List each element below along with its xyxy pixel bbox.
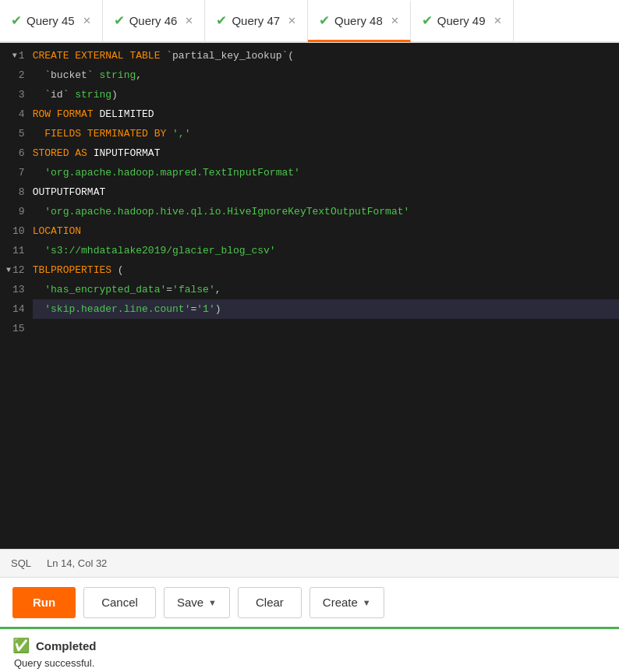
create-dropdown-arrow[interactable]: ▼ bbox=[363, 598, 371, 607]
code-lines[interactable]: CREATE EXTERNAL TABLE `partial_key_looku… bbox=[33, 46, 619, 546]
line-num-text: 12 bbox=[12, 260, 25, 280]
line-number-4: 4 bbox=[6, 104, 25, 124]
line-numbers: ▼1234567891011▼12131415 bbox=[0, 46, 33, 546]
tab-check-icon: ✔ bbox=[11, 12, 22, 29]
token-plain: `bucket` bbox=[33, 65, 100, 85]
token-str-green: 'org.apache.hadoop.hive.ql.io.HiveIgnore… bbox=[33, 202, 410, 221]
line-num-text: 7 bbox=[19, 163, 25, 182]
line-num-text: 10 bbox=[12, 221, 25, 241]
cancel-button[interactable]: Cancel bbox=[83, 587, 156, 618]
token-str-green: 'has_encrypted_data' bbox=[33, 280, 167, 299]
fold-arrow-icon[interactable]: ▼ bbox=[6, 260, 11, 280]
tab-close-icon[interactable]: ✕ bbox=[288, 15, 296, 27]
tab-close-icon[interactable]: ✕ bbox=[83, 15, 91, 27]
line-num-text: 14 bbox=[12, 299, 25, 319]
code-line-10: LOCATION bbox=[33, 221, 619, 241]
code-line-13: 'has_encrypted_data'='false', bbox=[33, 280, 619, 299]
token-plain: , bbox=[136, 65, 142, 85]
tab-q46[interactable]: ✔Query 46✕ bbox=[103, 0, 206, 41]
token-kw-orange: FIELDS TERMINATED BY bbox=[33, 124, 172, 143]
tabs-bar: ✔Query 45✕✔Query 46✕✔Query 47✕✔Query 48✕… bbox=[0, 0, 619, 43]
line-number-12: ▼12 bbox=[6, 260, 25, 280]
token-kw-orange: CREATE EXTERNAL TABLE bbox=[33, 46, 167, 65]
tab-q49[interactable]: ✔Query 49✕ bbox=[411, 0, 514, 41]
save-button[interactable]: Save ▼ bbox=[164, 587, 230, 618]
line-num-text: 9 bbox=[19, 202, 25, 221]
token-plain: = bbox=[166, 280, 172, 299]
tab-close-icon[interactable]: ✕ bbox=[391, 15, 399, 27]
token-kw-green: string bbox=[75, 85, 111, 104]
clear-button[interactable]: Clear bbox=[238, 587, 302, 618]
tab-check-icon: ✔ bbox=[319, 12, 330, 29]
token-kw-green: string bbox=[99, 65, 136, 85]
tab-label: Query 47 bbox=[232, 14, 280, 27]
token-plain: ) bbox=[111, 85, 118, 104]
code-line-11: 's3://mhdatalake2019/glacier_blog_csv' bbox=[33, 241, 619, 260]
token-str-green: 'skip.header.line.count' bbox=[33, 299, 191, 319]
tab-label: Query 49 bbox=[437, 14, 486, 27]
line-num-text: 8 bbox=[19, 182, 25, 202]
editor-content[interactable]: ▼1234567891011▼12131415 CREATE EXTERNAL … bbox=[0, 43, 619, 549]
code-line-1: CREATE EXTERNAL TABLE `partial_key_looku… bbox=[33, 46, 619, 65]
tab-label: Query 46 bbox=[129, 14, 178, 27]
toolbar: Run Cancel Save ▼ Clear Create ▼ bbox=[0, 577, 619, 627]
line-number-7: 7 bbox=[6, 163, 25, 182]
line-number-9: 9 bbox=[6, 202, 25, 221]
tab-label: Query 45 bbox=[27, 14, 75, 27]
token-plain: `id` bbox=[33, 85, 76, 104]
code-line-15 bbox=[33, 319, 619, 338]
tab-q45[interactable]: ✔Query 45✕ bbox=[0, 0, 103, 41]
line-num-text: 11 bbox=[12, 241, 25, 260]
completed-label-text: Completed bbox=[36, 639, 97, 653]
line-number-1: ▼1 bbox=[6, 46, 25, 65]
line-number-8: 8 bbox=[6, 182, 25, 202]
token-kw-white: INPUTFORMAT bbox=[94, 143, 161, 163]
cursor-position: Ln 14, Col 32 bbox=[47, 557, 107, 569]
line-num-text: 3 bbox=[19, 85, 25, 104]
save-label: Save bbox=[177, 596, 203, 609]
tab-label: Query 48 bbox=[334, 14, 383, 27]
token-kw-orange: STORED AS bbox=[33, 143, 94, 163]
tab-close-icon[interactable]: ✕ bbox=[493, 15, 502, 27]
code-line-12: TBLPROPERTIES ( bbox=[33, 260, 619, 280]
create-button[interactable]: Create ▼ bbox=[310, 587, 384, 618]
line-number-3: 3 bbox=[6, 85, 25, 104]
lang-indicator: SQL bbox=[11, 557, 31, 569]
completed-label-row: ✅ Completed bbox=[12, 637, 607, 654]
token-plain: = bbox=[190, 299, 196, 319]
token-kw-white: DELIMITED bbox=[99, 104, 154, 124]
line-num-text: 2 bbox=[19, 65, 25, 85]
tab-check-icon: ✔ bbox=[216, 12, 227, 29]
fold-arrow-icon[interactable]: ▼ bbox=[12, 46, 17, 65]
line-num-text: 1 bbox=[19, 46, 25, 65]
token-kw-orange: TBLPROPERTIES bbox=[33, 260, 118, 280]
line-num-text: 5 bbox=[19, 124, 25, 143]
token-plain: `partial_key_lookup`( bbox=[166, 46, 294, 65]
line-number-15: 15 bbox=[6, 319, 25, 338]
tab-close-icon[interactable]: ✕ bbox=[185, 15, 193, 27]
code-line-14: 'skip.header.line.count'='1') bbox=[33, 299, 619, 319]
run-button[interactable]: Run bbox=[12, 587, 76, 618]
token-str-green: 'false' bbox=[172, 280, 215, 299]
line-number-14: 14 bbox=[6, 299, 25, 319]
token-plain: ( bbox=[118, 260, 124, 280]
tab-check-icon: ✔ bbox=[422, 12, 433, 29]
token-str-green: 's3://mhdatalake2019/glacier_blog_csv' bbox=[33, 241, 276, 260]
line-number-6: 6 bbox=[6, 143, 25, 163]
line-number-13: 13 bbox=[6, 280, 25, 299]
token-kw-white: OUTPUTFORMAT bbox=[33, 182, 106, 202]
token-str-green: ',' bbox=[172, 124, 190, 143]
save-dropdown-arrow[interactable]: ▼ bbox=[208, 598, 217, 607]
completed-message: Query successful. bbox=[12, 657, 607, 669]
code-line-6: STORED AS INPUTFORMAT bbox=[33, 143, 619, 163]
line-num-text: 15 bbox=[12, 319, 25, 338]
line-number-5: 5 bbox=[6, 124, 25, 143]
line-number-10: 10 bbox=[6, 221, 25, 241]
code-line-3: `id` string) bbox=[33, 85, 619, 104]
editor-container: ▼1234567891011▼12131415 CREATE EXTERNAL … bbox=[0, 43, 619, 549]
create-label: Create bbox=[323, 596, 358, 609]
token-plain: , bbox=[215, 280, 221, 299]
tab-q47[interactable]: ✔Query 47✕ bbox=[205, 0, 308, 41]
tab-q48[interactable]: ✔Query 48✕ bbox=[308, 1, 411, 42]
status-bar: SQL Ln 14, Col 32 bbox=[0, 549, 619, 577]
